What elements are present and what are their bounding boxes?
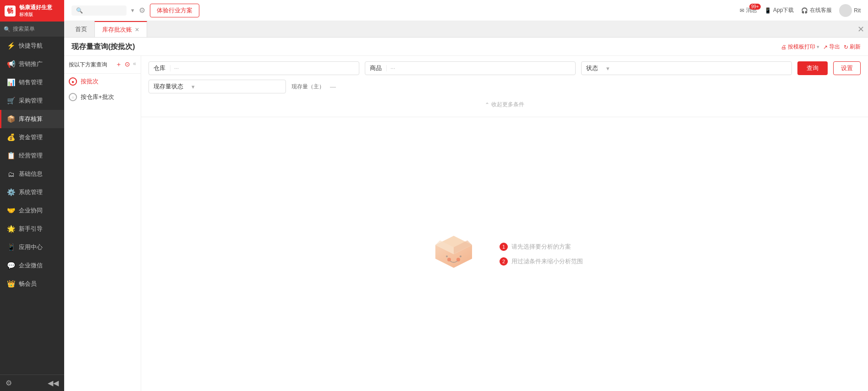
sidebar-nav: ⚡ 快捷导航 📢 营销推广 📊 销售管理 🛒 采购管理 📦 库存核算 💰 资金管… (0, 37, 64, 375)
app-download-icon: 📱 (764, 7, 771, 14)
sidebar-item-member[interactable]: 👑 畅会员 (0, 275, 64, 293)
sidebar-item-enterprise[interactable]: 🤝 企业协同 (0, 201, 64, 220)
status-filter[interactable]: 状态 ▾ (581, 61, 792, 75)
filter-area: 仓库 ··· 商品 ··· 状态 ▾ 查询 设置 (141, 56, 868, 117)
user-profile[interactable]: Rit (839, 4, 861, 17)
sidebar-settings-icon[interactable]: ⚙ (5, 379, 12, 387)
print-btn[interactable]: 🖨 按模板打印 ▾ (781, 43, 819, 51)
finance-icon: 💰 (7, 133, 15, 141)
online-service-action[interactable]: 🎧 在线客服 (801, 6, 832, 14)
tab-home-label: 首页 (75, 25, 87, 33)
sidebar-item-newbie[interactable]: 🌟 新手引导 (0, 220, 64, 238)
sidebar-item-system[interactable]: ⚙️ 系统管理 (0, 183, 64, 201)
marketing-icon: 📢 (7, 60, 15, 68)
sidebar-item-quick-nav[interactable]: ⚡ 快捷导航 (0, 37, 64, 55)
left-panel-header: 按以下方案查询 ＋ ⊙ « (64, 56, 141, 74)
sidebar-item-label: 系统管理 (19, 188, 43, 196)
refresh-label: 刷新 (850, 43, 861, 51)
topbar-dropdown-icon[interactable]: ▾ (131, 7, 134, 14)
warehouse-filter[interactable]: 仓库 ··· (148, 61, 359, 75)
sidebar-item-sales[interactable]: 📊 销售管理 (0, 73, 64, 92)
sidebar-search[interactable]: 🔍 搜索菜单 (0, 22, 64, 37)
product-label: 商品 (365, 64, 386, 72)
system-icon: ⚙️ (7, 188, 15, 196)
panel-close-icon[interactable]: ✕ (857, 24, 864, 34)
scheme-batch-label: 按批次 (81, 77, 99, 86)
apps-icon: 📱 (7, 243, 15, 251)
sidebar-item-label: 快捷导航 (19, 42, 43, 50)
collapse-more-btn[interactable]: ⌃ 收起更多条件 (148, 98, 861, 111)
experience-btn[interactable]: 体验行业方案 (150, 4, 199, 17)
scheme-item-warehouse-batch[interactable]: ○ 按仓库+批次 (64, 89, 141, 105)
page-title: 现存量查询(按批次) (71, 42, 135, 52)
topbar-actions: ✉ 消息 99+ 📱 App下载 🎧 在线客服 Rit (740, 4, 861, 17)
collapse-left-icon[interactable]: « (133, 60, 136, 69)
sidebar-item-label: 资金管理 (19, 133, 43, 141)
refresh-btn[interactable]: ↻ 刷新 (844, 43, 861, 51)
scheme-item-batch[interactable]: ● 按批次 (64, 74, 141, 89)
scheme-settings-icon[interactable]: ⊙ (125, 60, 130, 69)
collapse-arrow-icon: ⌃ (485, 102, 489, 108)
empty-state: 1 请先选择要分析的方案 2 用过滤条件来缩小分析范围 (141, 117, 868, 391)
stock-status-filter[interactable]: 现存量状态 ▾ (148, 80, 286, 93)
warehouse-more-icon[interactable]: ··· (170, 65, 182, 71)
company-name: 畅康通好生意 (19, 4, 52, 11)
sidebar-item-marketing[interactable]: 📢 营销推广 (0, 55, 64, 73)
sidebar-item-label: 营销推广 (19, 60, 43, 68)
newbie-icon: 🌟 (7, 225, 15, 233)
topbar-search-field[interactable]: 🔍 (71, 5, 126, 16)
sidebar-collapse-icon[interactable]: ◀◀ (48, 379, 59, 387)
sidebar-item-finance[interactable]: 💰 资金管理 (0, 128, 64, 147)
sidebar-item-label: 企业微信 (19, 261, 43, 270)
online-service-label: 在线客服 (810, 6, 832, 14)
left-panel-actions: ＋ ⊙ « (115, 60, 136, 69)
stock-quantity-separator: — (330, 83, 336, 90)
hint-1-text: 请先选择要分析的方案 (511, 243, 571, 251)
tab-inventory-batch-label: 库存批次账 (102, 26, 132, 34)
app-logo: 畅 (5, 5, 16, 16)
sidebar-item-operation[interactable]: 📋 经营管理 (0, 147, 64, 165)
user-avatar (839, 4, 852, 17)
topbar-search-icon: 🔍 (76, 7, 83, 14)
print-icon: 🖨 (781, 44, 786, 50)
export-label: 导出 (829, 43, 840, 51)
edition-label: 标准版 (19, 11, 52, 18)
purchase-icon: 🛒 (7, 97, 15, 105)
tab-close-icon[interactable]: ✕ (135, 27, 139, 33)
export-btn[interactable]: ↗ 导出 (823, 43, 840, 51)
collapse-more-label: 收起更多条件 (491, 101, 524, 109)
app-download-action[interactable]: 📱 App下载 (764, 6, 794, 14)
left-panel-title: 按以下方案查询 (69, 61, 107, 69)
sidebar-item-label: 畅会员 (19, 280, 37, 288)
topbar-search-input[interactable] (85, 7, 122, 14)
sidebar-item-label: 采购管理 (19, 97, 43, 105)
sidebar-item-basic[interactable]: 🗂 基础信息 (0, 165, 64, 183)
tab-home[interactable]: 首页 (68, 21, 94, 37)
hint-2-text: 用过滤条件来缩小分析范围 (511, 257, 583, 266)
member-icon: 👑 (7, 280, 15, 288)
sidebar: 畅 畅康通好生意 标准版 🔍 搜索菜单 ⚡ 快捷导航 📢 营销推广 📊 销售管理… (0, 0, 64, 391)
messages-icon: ✉ (740, 7, 744, 14)
sidebar-item-apps[interactable]: 📱 应用中心 (0, 238, 64, 256)
product-filter[interactable]: 商品 ··· (365, 61, 576, 75)
sidebar-item-inventory[interactable]: 📦 库存核算 (0, 110, 64, 128)
filter-row-1: 仓库 ··· 商品 ··· 状态 ▾ 查询 设置 (148, 61, 861, 75)
settings-button[interactable]: 设置 (833, 61, 861, 75)
product-more-icon[interactable]: ··· (386, 65, 399, 71)
topbar-gear-icon[interactable]: ⚙ (139, 6, 145, 15)
content-area: 按以下方案查询 ＋ ⊙ « ● 按批次 ○ 按仓库+批次 (64, 56, 868, 391)
left-panel: 按以下方案查询 ＋ ⊙ « ● 按批次 ○ 按仓库+批次 (64, 56, 141, 391)
sidebar-footer: ⚙ ◀◀ (0, 375, 64, 391)
sidebar-item-purchase[interactable]: 🛒 采购管理 (0, 92, 64, 110)
messages-action[interactable]: ✉ 消息 99+ (740, 6, 757, 14)
basic-icon: 🗂 (7, 170, 15, 178)
search-icon: 🔍 (4, 26, 11, 33)
tab-inventory-batch[interactable]: 库存批次账 ✕ (94, 21, 147, 37)
query-button[interactable]: 查询 (797, 61, 828, 75)
sales-icon: 📊 (7, 78, 15, 87)
sidebar-item-wechat[interactable]: 💬 企业微信 (0, 256, 64, 275)
add-scheme-icon[interactable]: ＋ (115, 60, 122, 69)
status-dropdown-icon[interactable]: ▾ (603, 65, 613, 72)
scheme-warehouse-batch-label: 按仓库+批次 (81, 93, 114, 101)
stock-status-dropdown-icon[interactable]: ▾ (188, 83, 198, 90)
